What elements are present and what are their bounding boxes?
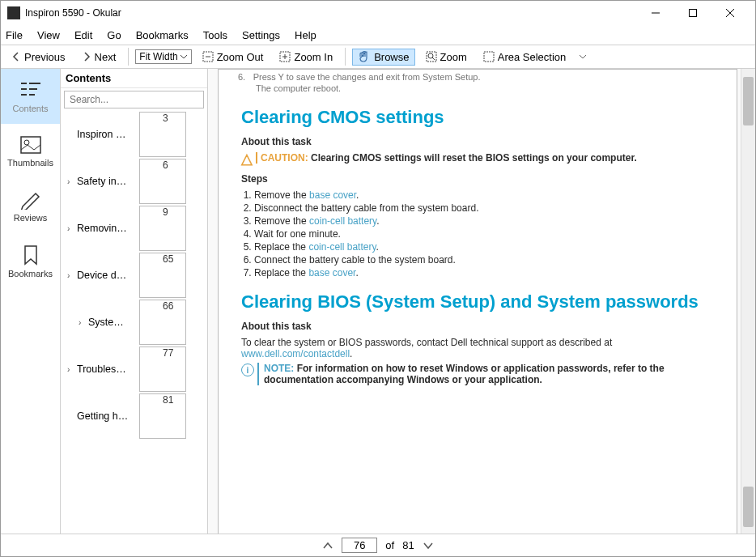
expand-icon: ›: [67, 177, 77, 186]
menu-help[interactable]: Help: [295, 29, 316, 41]
area-selection-dropdown[interactable]: [576, 50, 589, 63]
next-label: Next: [95, 51, 117, 63]
toc-item-label: Troubleshooting: [77, 364, 130, 375]
menu-go[interactable]: Go: [107, 29, 121, 41]
toc-item[interactable]: Getting help and c...81: [61, 393, 207, 440]
toc-item[interactable]: Inspiron 5590 Servic...3: [61, 111, 207, 158]
toc-item-page: 65: [139, 253, 186, 298]
sidetab-bookmarks[interactable]: Bookmarks: [1, 234, 60, 289]
close-button[interactable]: [711, 1, 749, 25]
zoom-out-label: Zoom Out: [217, 51, 264, 63]
area-selection-button[interactable]: Area Selection: [478, 49, 572, 66]
title-bar: Inspiron 5590 - Okular: [1, 1, 755, 25]
toc-item[interactable]: ›System setup66: [61, 299, 207, 346]
previous-button[interactable]: Previous: [6, 49, 71, 66]
chevron-left-icon: [11, 52, 21, 62]
scrollbar-thumb-top[interactable]: [743, 77, 754, 125]
area-selection-label: Area Selection: [498, 51, 567, 63]
toc-item-label: Removing and install...: [77, 223, 130, 234]
browse-label: Browse: [374, 51, 409, 63]
zoom-in-button[interactable]: Zoom In: [274, 49, 338, 66]
menu-edit[interactable]: Edit: [74, 29, 92, 41]
sidetab-thumbnails[interactable]: Thumbnails: [1, 124, 60, 179]
contents-search-input[interactable]: [64, 91, 204, 108]
menu-file[interactable]: File: [6, 29, 23, 41]
previous-label: Previous: [24, 51, 66, 63]
menu-settings[interactable]: Settings: [242, 29, 280, 41]
step-link[interactable]: base cover: [308, 267, 355, 278]
step-item: Replace the base cover.: [254, 267, 714, 278]
section-heading-cmos: Clearing CMOS settings: [241, 107, 714, 128]
contents-panel: Contents Inspiron 5590 Servic...3›Safety…: [61, 69, 208, 535]
prev-step-num: 6.: [238, 72, 250, 82]
scrollbar-thumb-bottom[interactable]: [743, 487, 754, 527]
about-task-heading-2: About this task: [241, 321, 714, 332]
thumbnails-icon: [19, 135, 42, 155]
step-link[interactable]: base cover: [309, 189, 356, 201]
maximize-button[interactable]: [674, 1, 711, 25]
sidetab-reviews[interactable]: Reviews: [1, 179, 60, 234]
sidetab-contents-label: Contents: [12, 104, 48, 113]
step-item: Wait for one minute.: [254, 228, 714, 240]
menu-tools[interactable]: Tools: [203, 29, 227, 41]
svg-rect-19: [21, 137, 40, 153]
toc-list: Inspiron 5590 Servic...3›Safety instruct…: [61, 111, 207, 535]
toolbar: Previous Next Fit Width Zoom Out Zoom In…: [1, 45, 755, 69]
page-down-button[interactable]: [423, 541, 434, 551]
svg-rect-1: [690, 10, 697, 17]
page-up-button[interactable]: [322, 541, 333, 551]
zoom-select-value: Fit Width: [139, 51, 177, 62]
caution-block: △ CAUTION: Clearing CMOS settings will r…: [241, 152, 714, 165]
steps-heading: Steps: [241, 173, 714, 185]
page-total: 81: [402, 539, 414, 551]
expand-icon: ›: [67, 224, 77, 233]
browse-button[interactable]: Browse: [352, 49, 414, 66]
status-bar: of 81: [1, 534, 755, 556]
step-item: Connect the battery cable to the system …: [254, 254, 714, 266]
zoom-out-icon: [202, 51, 214, 62]
vertical-scrollbar[interactable]: [741, 69, 755, 535]
document-area[interactable]: 6. Press Y to save the changes and exit …: [208, 69, 755, 535]
zoom-out-button[interactable]: Zoom Out: [197, 49, 270, 66]
zoom-label: Zoom: [440, 51, 467, 63]
prev-step-text: Press Y to save the changes and exit fro…: [253, 72, 481, 82]
chevron-right-icon: [82, 52, 91, 62]
svg-rect-12: [484, 52, 494, 62]
page-number-input[interactable]: [342, 538, 377, 553]
toc-item[interactable]: ›Removing and install...9: [61, 205, 207, 252]
bookmarks-icon: [22, 244, 40, 266]
menu-bookmarks[interactable]: Bookmarks: [136, 29, 189, 41]
toc-item[interactable]: ›Safety instructions6: [61, 158, 207, 205]
toc-item[interactable]: ›Device drivers65: [61, 252, 207, 299]
sidetab-contents[interactable]: Contents: [1, 69, 60, 124]
zoom-select[interactable]: Fit Width: [135, 49, 191, 64]
step-item: Remove the base cover.: [254, 189, 714, 201]
zoom-tool-button[interactable]: Zoom: [420, 49, 473, 66]
app-icon: [7, 6, 20, 19]
menu-bar: File View Edit Go Bookmarks Tools Settin…: [1, 25, 755, 45]
zoom-icon: [426, 51, 437, 62]
toc-item-label: Device drivers: [77, 270, 130, 281]
hand-icon: [358, 51, 371, 62]
sidetab-thumbnails-label: Thumbnails: [7, 158, 53, 168]
expand-icon: ›: [67, 365, 77, 374]
caution-icon: △: [241, 152, 253, 165]
minimize-button[interactable]: [637, 1, 674, 25]
side-tabs: Contents Thumbnails Reviews Bookmarks: [1, 69, 61, 535]
chevron-down-icon: [579, 53, 587, 61]
toc-item-page: 6: [139, 159, 186, 204]
menu-view[interactable]: View: [37, 29, 60, 41]
step-link[interactable]: coin-cell battery: [308, 241, 376, 253]
area-selection-icon: [483, 51, 495, 62]
next-button[interactable]: Next: [76, 49, 122, 66]
toc-item-label: Getting help and c...: [77, 410, 130, 422]
toc-item-page: 81: [139, 393, 186, 439]
toc-item[interactable]: ›Troubleshooting77: [61, 346, 207, 393]
caution-text: Clearing CMOS settings will reset the BI…: [311, 152, 637, 164]
note-text: For information on how to reset Windows …: [264, 363, 665, 385]
step-link[interactable]: coin-cell battery: [309, 215, 376, 227]
contactdell-link[interactable]: www.dell.com/contactdell: [241, 348, 350, 359]
contents-header: Contents: [61, 69, 207, 88]
toc-item-page: 9: [139, 206, 186, 251]
caution-label: CAUTION:: [261, 152, 308, 164]
